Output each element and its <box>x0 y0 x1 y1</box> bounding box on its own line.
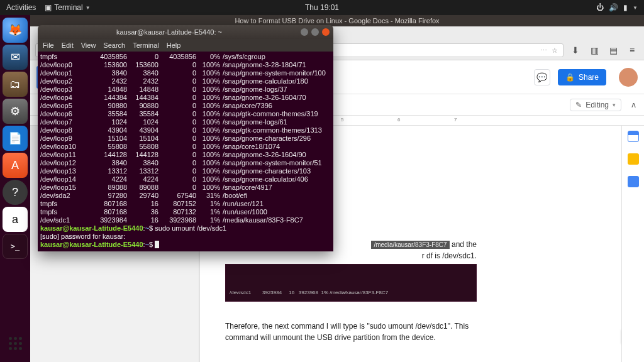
df-row: /dev/loop14422442240100%/snap/gnome-calc… <box>40 175 331 184</box>
network-icon[interactable]: ⏻ <box>596 3 604 12</box>
mode-label: Editing <box>586 101 609 109</box>
library-icon[interactable]: ▥ <box>587 43 601 57</box>
account-avatar[interactable] <box>619 68 638 87</box>
calendar-addon-icon[interactable] <box>628 131 639 142</box>
menu-file[interactable]: File <box>43 41 54 49</box>
df-row: tmpfs807168168071521%/run/user/121 <box>40 200 331 208</box>
share-label: Share <box>579 73 599 82</box>
df-row: /dev/loop01536001536000100%/snap/gnome-3… <box>40 61 331 69</box>
df-row: /dev/loop843904439040100%/snap/gtk-commo… <box>40 126 331 134</box>
menu-help[interactable]: Help <box>167 41 181 49</box>
path-badge: /media/kausar/83F3-F8C7 <box>371 241 449 249</box>
dock-thunderbird[interactable]: ✉ <box>3 45 28 70</box>
df-row: /dev/loop314848148480100%/snap/gnome-log… <box>40 85 331 94</box>
lock-icon: 🔒 <box>565 73 575 82</box>
gnome-top-bar: Activities ▣ Terminal ▼ Thu 19:01 ⏻ 🔊 ▮ … <box>0 0 644 15</box>
df-row: /dev/loop41443841443840100%/snap/gnome-3… <box>40 94 331 102</box>
dock-help[interactable]: ? <box>3 180 28 205</box>
df-row: tmpfs807168368071321%/run/user/1000 <box>40 208 331 216</box>
df-row: tmpfs4035856040358560%/sys/fs/cgroup <box>40 53 331 61</box>
prompt-line: kausar@kausar-Latitude-E5440:~$ <box>40 241 331 249</box>
df-row: /dev/loop1384038400100%/snap/gnome-syste… <box>40 69 331 77</box>
chevron-down-icon: ▾ <box>613 102 616 108</box>
df-row: /dev/loop590880908800100%/snap/core/7396 <box>40 102 331 110</box>
tasks-addon-icon[interactable] <box>628 176 639 187</box>
menu-search[interactable]: Search <box>103 41 125 49</box>
url-actions: ⋯ ☆ <box>540 47 559 55</box>
side-panel <box>621 126 644 362</box>
terminal-titlebar[interactable]: kausar@kausar-Latitude-E5440: ~ <box>38 25 333 39</box>
doc-paragraph[interactable]: Therefore, the next command I will type … <box>225 321 477 343</box>
screenshot-text: /dev/sdc1 3923984 16 3923968 1% /media/k… <box>226 290 476 295</box>
share-button[interactable]: 🔒 Share <box>558 69 606 85</box>
ubuntu-dock: 🦊 ✉ 🗂 ⚙ 📄 A ? a >_ <box>0 15 30 362</box>
df-row: /dev/loop7102410240100%/snap/gnome-logs/… <box>40 118 331 126</box>
prompt-line: kausar@kausar-Latitude-E5440:~$ sudo umo… <box>40 224 331 233</box>
window-title: How to Format USB Drive on Linux - Googl… <box>235 17 439 25</box>
show-applications-button[interactable] <box>3 331 28 356</box>
sidebar-icon[interactable]: ▤ <box>606 43 620 57</box>
chevron-down-icon[interactable]: ▼ <box>633 5 638 11</box>
menu-edit[interactable]: Edit <box>62 41 74 49</box>
activities-button[interactable]: Activities <box>6 3 36 12</box>
dock-amazon[interactable]: a <box>3 207 28 232</box>
downloads-icon[interactable]: ⬇ <box>569 43 582 57</box>
cursor <box>155 241 159 248</box>
df-row: /dev/sdc139239841639239681%/media/kausar… <box>40 216 331 224</box>
df-row: /dev/loop1313312133120100%/snap/gnome-ch… <box>40 167 331 175</box>
pencil-icon: ✎ <box>575 101 582 109</box>
dock-settings[interactable]: ⚙ <box>3 99 28 124</box>
volume-icon[interactable]: 🔊 <box>609 3 618 12</box>
terminal-icon: ▣ <box>45 3 52 12</box>
comments-button[interactable]: 💬 <box>534 69 550 85</box>
chevron-down-icon: ▼ <box>86 5 91 11</box>
doc-text-fragment: and the <box>452 240 477 249</box>
terminal-menubar: File Edit View Search Terminal Help <box>38 39 333 52</box>
embedded-screenshot[interactable]: /dev/sdc1 3923984 16 3923968 1% /media/k… <box>225 264 477 302</box>
df-row: /dev/loop635584355840100%/snap/gtk-commo… <box>40 110 331 118</box>
menu-terminal[interactable]: Terminal <box>133 41 159 49</box>
window-close-button[interactable] <box>322 28 330 36</box>
window-minimize-button[interactable] <box>301 28 308 36</box>
df-row: /dev/loop111441281441280100%/snap/gnome-… <box>40 151 331 159</box>
app-menu[interactable]: ▣ Terminal ▼ <box>45 3 90 12</box>
ruler-mark: 5 <box>341 117 343 123</box>
df-row: /dev/loop12384038400100%/snap/gnome-syst… <box>40 159 331 167</box>
dock-terminal[interactable]: >_ <box>3 234 28 259</box>
mode-switcher[interactable]: ✎ Editing ▾ <box>570 99 621 111</box>
sudo-prompt: [sudo] password for kausar: <box>40 233 331 241</box>
dock-writer[interactable]: 📄 <box>3 126 28 151</box>
ruler-mark: 7 <box>454 117 457 123</box>
clock[interactable]: Thu 19:01 <box>305 3 339 12</box>
battery-icon[interactable]: ▮ <box>623 3 628 12</box>
df-row: /dev/loop1055808558080100%/snap/core18/1… <box>40 143 331 151</box>
doc-text-fragment: r df is /dev/sdc1. <box>225 250 477 261</box>
df-row: /dev/loop915104151040100%/snap/gnome-cha… <box>40 134 331 143</box>
dock-firefox[interactable]: 🦊 <box>3 18 28 43</box>
window-maximize-button[interactable] <box>311 28 319 36</box>
terminal-body[interactable]: tmpfs4035856040358560%/sys/fs/cgroup/dev… <box>38 52 333 251</box>
dock-files[interactable]: 🗂 <box>3 72 28 97</box>
menu-icon[interactable]: ≡ <box>625 43 639 57</box>
df-row: /dev/loop1589088890880100%/snap/core/491… <box>40 184 331 192</box>
df-row: /dev/loop2243224320100%/snap/gnome-calcu… <box>40 77 331 85</box>
dock-software[interactable]: A <box>3 153 28 178</box>
collapse-toolbar-button[interactable]: ʌ <box>626 98 640 112</box>
menu-view[interactable]: View <box>81 41 96 49</box>
ruler-mark: 6 <box>397 117 400 123</box>
terminal-window: kausar@kausar-Latitude-E5440: ~ File Edi… <box>38 25 333 251</box>
keep-addon-icon[interactable] <box>628 153 639 165</box>
terminal-title: kausar@kausar-Latitude-E5440: ~ <box>38 28 301 36</box>
app-menu-label: Terminal <box>54 3 82 12</box>
df-row: /dev/sda297280297406754031%/boot/efi <box>40 192 331 200</box>
